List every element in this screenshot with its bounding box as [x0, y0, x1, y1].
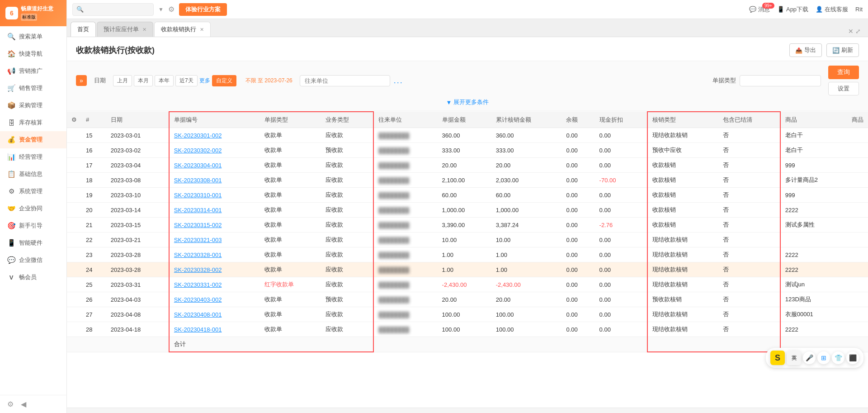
sidebar-item-label: 系统管理 [19, 187, 42, 195]
tab-payable-close[interactable]: ✕ [142, 27, 146, 33]
message-icon: 💬 [749, 6, 756, 13]
chevron-down-icon: ▼ [446, 99, 452, 106]
message-button[interactable]: 💬 消息 99+ [749, 5, 770, 14]
bill-no-link[interactable]: SK-20230403-002 [174, 296, 222, 303]
bill-no-link[interactable]: SK-20230308-001 [174, 177, 222, 184]
target-icon: 🎯 [7, 222, 15, 230]
floating-shirt-button[interactable]: 👕 [832, 351, 844, 364]
box-icon: 📦 [7, 101, 15, 109]
finance-icon: 💰 [7, 136, 15, 144]
filter-unit-input[interactable] [300, 75, 390, 86]
bill-no-link[interactable]: SK-20230301-002 [174, 132, 222, 139]
bill-no-link[interactable]: SK-20230314-001 [174, 207, 222, 214]
refresh-button[interactable]: 🔄 刷新 [826, 43, 859, 57]
sidebar-item-marketing[interactable]: 📢 营销推广 [0, 62, 66, 80]
filter-date-range: 不限 至 2023-07-26 [245, 77, 292, 85]
bill-no-link[interactable]: SK-20230321-003 [174, 237, 222, 243]
sidebar-item-label: 资金管理 [19, 136, 42, 144]
filter-query-button[interactable]: 查询 [828, 66, 859, 79]
bill-no-link[interactable]: SK-20230328-002 [174, 266, 222, 273]
filter-date-custom[interactable]: 自定义 [212, 75, 236, 86]
tab-close-all[interactable]: ✕ [848, 28, 854, 35]
sidebar-item-label: 企业微信 [19, 256, 42, 264]
bill-no-link[interactable]: SK-20230418-001 [174, 326, 222, 333]
sidebar-item-label: 销售管理 [19, 84, 42, 92]
online-service-button[interactable]: 👤 在线客服 [816, 5, 848, 14]
table-area: ⚙ # 日期 单据编号 单据类型 业务类型 往来单位 单据金额 累计核销金额 余… [67, 111, 868, 408]
sidebar-item-inventory[interactable]: 🗄 库存核算 [0, 114, 66, 131]
tab-receipt-close[interactable]: ✕ [200, 27, 204, 33]
user-label[interactable]: Rit [855, 6, 863, 13]
sidebar-item-corp[interactable]: 🤝 企业协同 [0, 200, 66, 217]
filter-date-this-year[interactable]: 本年 [155, 75, 174, 86]
page-title: 收款核销执行(按收款) [76, 45, 155, 56]
bill-no-link[interactable]: SK-20230331-002 [174, 281, 222, 288]
tab-receipt-label: 收款核销执行 [161, 25, 196, 33]
tab-receipt[interactable]: 收款核销执行 ✕ [154, 22, 211, 37]
filter-dots-icon[interactable]: ... [394, 76, 403, 85]
col-biz-type: 业务类型 [321, 112, 373, 128]
member-icon: V [7, 273, 15, 281]
home-icon: 🏠 [7, 50, 15, 58]
floating-english-button[interactable]: 英 [787, 351, 801, 365]
filter-date-last-month[interactable]: 上月 [113, 75, 132, 86]
bill-no-link[interactable]: SK-20230310-001 [174, 192, 222, 199]
bill-no-link[interactable]: SK-20230315-002 [174, 222, 222, 228]
export-button[interactable]: 📤 导出 [789, 43, 822, 57]
sidebar-item-label: 企业协同 [19, 204, 42, 213]
table-row: 16 2023-03-02 SK-20230302-002 收款单 预收款 ██… [67, 143, 868, 158]
settings-icon[interactable]: ⚙ [71, 116, 77, 123]
app-download-button[interactable]: 📱 App下载 [777, 5, 808, 14]
floating-s-button[interactable]: S [770, 351, 785, 365]
sidebar-item-sales[interactable]: 🛒 销售管理 [0, 80, 66, 97]
settings-bottom-icon[interactable]: ⚙ [7, 400, 14, 408]
sidebar-item-wechat[interactable]: 💬 企业微信 [0, 252, 66, 269]
bill-no-link[interactable]: SK-20230302-002 [174, 147, 222, 154]
tab-payable[interactable]: 预计应应付单 ✕ [97, 22, 153, 37]
sidebar-item-finance[interactable]: 💰 资金管理 [0, 131, 66, 148]
sidebar-item-search[interactable]: 🔍 搜索菜单 [0, 28, 66, 45]
cart-icon: 🛒 [7, 84, 15, 92]
sidebar-item-hardware[interactable]: 📱 智能硬件 [0, 234, 66, 252]
megaphone-icon: 📢 [7, 67, 15, 75]
table-footer-row: 合计 [67, 337, 868, 352]
topbar-search-input[interactable] [86, 6, 150, 13]
floating-mic-button[interactable]: 🎤 [803, 351, 816, 364]
filter-expand-more[interactable]: ▼ 展开更多条件 [446, 98, 489, 106]
floating-grid-button[interactable]: ⊞ [817, 351, 830, 364]
solution-button[interactable]: 体验行业方案 [179, 3, 227, 16]
table-scroll-area[interactable] [67, 408, 868, 413]
filter-type-select[interactable] [740, 75, 821, 86]
filter-date-7days[interactable]: 近7天 [175, 75, 198, 86]
tab-bar: 首页 预计应应付单 ✕ 收款核销执行 ✕ ✕ ⤢ [67, 19, 868, 37]
col-settings[interactable]: ⚙ [67, 112, 81, 128]
sidebar-item-basics[interactable]: 📋 基础信息 [0, 166, 66, 183]
sidebar-item-member[interactable]: V 畅会员 [0, 269, 66, 286]
tab-expand[interactable]: ⤢ [855, 28, 861, 35]
tab-home[interactable]: 首页 [71, 22, 96, 37]
content-area: 收款核销执行(按收款) 📤 导出 🔄 刷新 » 日期 上月 [67, 37, 868, 413]
bill-no-link[interactable]: SK-20230304-001 [174, 162, 222, 169]
sidebar-item-system[interactable]: ⚙ 系统管理 [0, 183, 66, 200]
topbar-gear-icon[interactable]: ⚙ [168, 5, 175, 14]
filter-expand-button[interactable]: » [76, 75, 87, 86]
col-bill-no: 单据编号 [169, 112, 260, 128]
phone-icon: 📱 [7, 239, 15, 247]
sidebar-item-purchase[interactable]: 📦 采购管理 [0, 97, 66, 114]
sidebar-item-guide[interactable]: 🎯 新手引导 [0, 217, 66, 234]
filter-setting-button[interactable]: 设置 [828, 82, 859, 95]
dropdown-arrow-icon[interactable]: ▼ [158, 6, 164, 13]
topbar-search-box[interactable]: 🔍 [72, 3, 154, 16]
sidebar-item-shortcut[interactable]: 🏠 快捷导航 [0, 45, 66, 62]
sidebar-item-operations[interactable]: 📊 经营管理 [0, 148, 66, 166]
floating-apps-button[interactable]: ⬛ [846, 351, 859, 364]
table-row: 22 2023-03-21 SK-20230321-003 收款单 应收款 ██… [67, 233, 868, 247]
collapse-icon[interactable]: ◀ [21, 400, 26, 408]
filter-date-more[interactable]: 更多 [199, 77, 210, 85]
floating-toolbar: S 英 🎤 ⊞ 👕 ⬛ [766, 348, 863, 368]
filter-date-this-month[interactable]: 本月 [134, 75, 153, 86]
bill-no-link[interactable]: SK-20230328-001 [174, 252, 222, 258]
sidebar-item-label: 采购管理 [19, 101, 42, 109]
table-row: 19 2023-03-10 SK-20230310-001 收款单 应收款 ██… [67, 188, 868, 203]
bill-no-link[interactable]: SK-20230408-001 [174, 311, 222, 318]
